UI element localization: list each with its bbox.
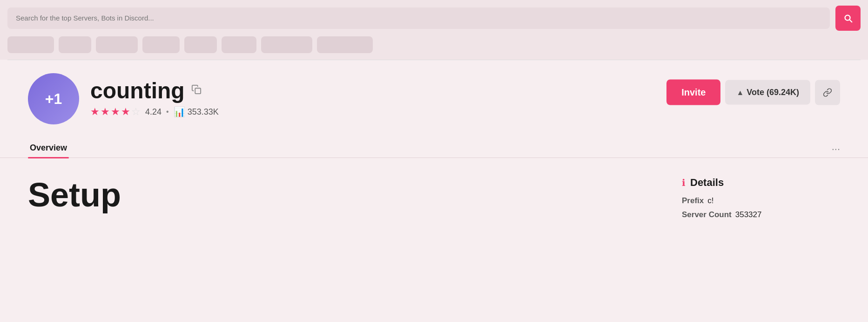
link-icon [823, 88, 832, 97]
server-count-display: 📊 353.33K [174, 106, 219, 117]
tabs-more-button[interactable]: ... [832, 141, 840, 158]
copy-button[interactable] [190, 83, 202, 98]
prefix-label: Prefix [682, 196, 704, 206]
star-1: ★ [90, 106, 100, 118]
details-title: Details [690, 177, 724, 189]
star-rating: ★ ★ ★ ★ ☆ [90, 106, 141, 118]
bot-meta: ★ ★ ★ ★ ☆ 4.24 • 📊 353.33K [90, 106, 219, 118]
star-2: ★ [101, 106, 110, 118]
top-bar [0, 0, 868, 36]
details-section: ℹ Details Prefix c! Server Count 353327 [682, 177, 840, 219]
prefix-row: Prefix c! [682, 196, 840, 206]
content-right: ℹ Details Prefix c! Server Count 353327 [682, 177, 840, 224]
bot-profile: +1 counting ★ ★ ★ ★ ☆ 4.24 • 📊 [0, 60, 868, 124]
star-5: ☆ [131, 106, 141, 118]
search-wrapper [7, 7, 830, 29]
nav-pill-6[interactable] [222, 36, 256, 53]
server-count-row: Server Count 353327 [682, 210, 840, 219]
setup-title: Setup [28, 177, 654, 213]
tabs-row: Overview ... [0, 124, 868, 158]
link-button[interactable] [815, 80, 840, 105]
tab-overview[interactable]: Overview [28, 138, 69, 158]
rating-value: 4.24 [145, 107, 161, 117]
nav-pill-4[interactable] [142, 36, 180, 53]
nav-pill-5[interactable] [184, 36, 217, 53]
nav-pill-2[interactable] [59, 36, 91, 53]
nav-pill-8[interactable] [317, 36, 373, 53]
action-buttons: Invite ▲ Vote (69.24K) [666, 80, 840, 105]
avatar-text: +1 [45, 90, 62, 108]
details-header: ℹ Details [682, 177, 840, 189]
separator: • [166, 108, 169, 116]
nav-pills-row [0, 36, 868, 60]
search-button[interactable] [835, 6, 861, 31]
info-icon: ℹ [682, 177, 686, 188]
vote-button[interactable]: ▲ Vote (69.24K) [725, 80, 810, 105]
invite-button[interactable]: Invite [666, 80, 720, 105]
server-count-label: Server Count [682, 210, 732, 219]
nav-pill-3[interactable] [96, 36, 138, 53]
server-count-value: 353.33K [188, 107, 219, 117]
vote-label: Vote (69.24K) [747, 88, 799, 97]
svg-rect-0 [195, 88, 201, 94]
nav-pill-1[interactable] [7, 36, 54, 53]
copy-icon [191, 84, 202, 95]
nav-pill-7[interactable] [261, 36, 312, 53]
server-count-detail-value: 353327 [735, 210, 762, 219]
chart-icon: 📊 [174, 106, 185, 117]
search-icon [843, 13, 853, 23]
bot-avatar: +1 [28, 73, 79, 124]
star-3: ★ [111, 106, 120, 118]
bot-name: counting [90, 80, 185, 102]
bot-name-row: counting [90, 80, 219, 102]
prefix-value: c! [707, 196, 713, 206]
star-4: ★ [121, 106, 130, 118]
vote-arrow-icon: ▲ [736, 88, 744, 96]
bot-info: counting ★ ★ ★ ★ ☆ 4.24 • 📊 353.33K [90, 80, 219, 118]
content-left: Setup [28, 177, 654, 224]
search-input[interactable] [16, 14, 821, 22]
main-content: Setup ℹ Details Prefix c! Server Count 3… [0, 158, 868, 243]
